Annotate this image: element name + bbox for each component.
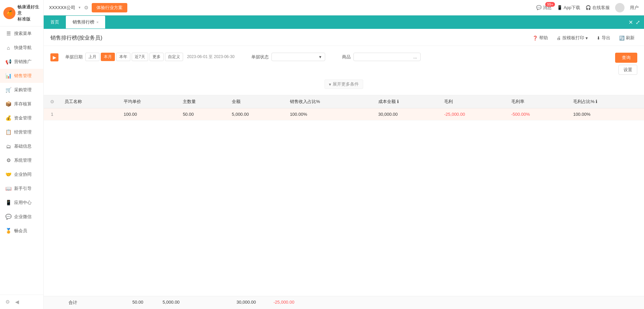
sidebar-item-purchase[interactable]: 🛒 采购管理	[0, 83, 43, 97]
nav-apps-icon: 📱	[5, 200, 11, 206]
nav-inventory-icon: 📦	[5, 101, 11, 107]
date-year-btn[interactable]: 本年	[116, 53, 130, 61]
tab-close-all-icon[interactable]: ✕	[629, 19, 633, 25]
sidebar-item-guide[interactable]: 📖 新手引导	[0, 182, 43, 196]
sidebar-item-sales[interactable]: 📊 销售管理	[0, 69, 43, 83]
filter-toggle-icon[interactable]: ▶	[50, 53, 58, 61]
avatar[interactable]	[615, 3, 625, 12]
print-label: 按模板打印	[562, 35, 584, 41]
nav-corp-icon: 🤝	[5, 171, 11, 177]
topbar-settings-icon[interactable]: ⚙	[84, 5, 88, 11]
sidebar: 🍊 畅康通好生意 标准版 ☰ 搜索菜单⌂ 快捷导航📢 营销推广📊 销售管理🛒 采…	[0, 0, 44, 309]
expand-label: 展开更多条件	[333, 81, 359, 87]
refresh-button[interactable]: 🔄 刷新	[616, 34, 637, 42]
cell-profit: -25,000.00	[440, 108, 507, 120]
date-prev-month-btn[interactable]: 上月	[85, 53, 99, 61]
footer-label	[48, 300, 65, 306]
nav-system-icon: ⚙	[5, 157, 11, 163]
nav-sales-label: 销售管理	[14, 73, 32, 79]
sidebar-logo: 🍊 畅康通好生意 标准版	[0, 0, 43, 27]
sidebar-item-system[interactable]: ⚙ 系统管理	[0, 153, 43, 167]
footer-profit-pct	[340, 300, 374, 306]
help-button[interactable]: ❓ 帮助	[530, 34, 551, 42]
date-range-display: 2023-06-01 至 2023-06-30	[187, 54, 234, 60]
date-more-btn[interactable]: 更多	[149, 53, 164, 61]
footer-name: 合计	[65, 300, 98, 306]
app-download-button[interactable]: 📱 App下载	[557, 5, 580, 11]
help-label: 帮助	[539, 35, 548, 41]
sidebar-item-operation[interactable]: 📋 经营管理	[0, 125, 43, 139]
filter-section: ▶ 单据日期 上月 本月 本年 近7天 更多 自定义 2023-06-01 至 …	[44, 46, 644, 95]
query-button[interactable]: 查询	[615, 53, 637, 63]
footer-cost: 30,000.00	[232, 300, 269, 306]
dropdown-arrow-icon[interactable]: ▾	[79, 5, 81, 10]
nav-wechat-icon: 💬	[5, 214, 11, 220]
setting-button[interactable]: 设置	[618, 65, 637, 75]
nav-quick-label: 快捷导航	[14, 45, 32, 51]
date-7days-btn[interactable]: 近7天	[132, 53, 148, 61]
tab-home[interactable]: 首页	[44, 16, 66, 29]
tab-expand-icon[interactable]: ⤢	[636, 19, 640, 25]
sidebar-item-marketing[interactable]: 📢 营销推广	[0, 55, 43, 69]
sidebar-item-apps[interactable]: 📱 应用中心	[0, 196, 43, 210]
th-sales-pct: 销售收入占比%	[286, 95, 374, 108]
th-qty: 主数量	[179, 95, 228, 108]
sidebar-item-corp[interactable]: 🤝 企业协同	[0, 167, 43, 182]
th-profit-rate: 毛利率	[507, 95, 569, 108]
nav-quick-icon: ⌂	[5, 45, 11, 51]
sidebar-item-finance[interactable]: 💰 资金管理	[0, 111, 43, 125]
th-settings[interactable]: ⚙	[44, 95, 60, 108]
nav-member-label: 畅会员	[14, 228, 27, 234]
cell-amount: 5,000.00	[228, 108, 286, 120]
page-title: 销售排行榜(按业务员)	[50, 35, 102, 42]
cell-profit-pct: 100.00%	[569, 108, 644, 120]
footer-amount: 5,000.00	[159, 300, 192, 306]
filter-row-1: ▶ 单据日期 上月 本月 本年 近7天 更多 自定义 2023-06-01 至 …	[50, 49, 637, 78]
footer-profit-rate	[306, 300, 340, 306]
tab-sales-ranking[interactable]: 销售排行榜 ×	[66, 16, 105, 29]
service-icon: 🎧	[586, 5, 591, 10]
cell-name	[60, 108, 120, 120]
date-custom-btn[interactable]: 自定义	[165, 53, 183, 61]
table-settings-icon[interactable]: ⚙	[50, 99, 54, 104]
nav-corp-label: 企业协同	[14, 171, 32, 177]
trial-button[interactable]: 体验行业方案	[92, 3, 127, 12]
sidebar-item-wechat[interactable]: 💬 企业微信	[0, 210, 43, 224]
footer-avg	[98, 300, 128, 306]
sidebar-item-member[interactable]: 🏅 畅会员	[0, 224, 43, 238]
th-amount: 全额	[228, 95, 286, 108]
th-name: 员工名称	[60, 95, 120, 108]
service-label: 在线客服	[592, 5, 610, 11]
status-filter-group: 单据状态 ▾	[251, 53, 325, 61]
nav-inventory-label: 库存核算	[14, 101, 32, 107]
nav-purchase-icon: 🛒	[5, 87, 11, 93]
goods-input[interactable]: ...	[353, 53, 421, 61]
goods-filter-label: 商品	[342, 54, 351, 60]
collapse-icon[interactable]: ◀	[15, 299, 19, 305]
sidebar-bottom: ⚙ ◀	[0, 295, 43, 309]
status-select[interactable]: ▾	[271, 53, 325, 61]
sidebar-item-inventory[interactable]: 📦 库存核算	[0, 97, 43, 111]
print-dropdown-icon[interactable]: ▾	[586, 36, 588, 41]
sidebar-item-search[interactable]: ☰ 搜索菜单	[0, 27, 43, 41]
status-filter-label: 单据状态	[251, 54, 269, 60]
export-icon: ⬇	[597, 36, 600, 41]
sidebar-item-quick[interactable]: ⌂ 快捷导航	[0, 41, 43, 55]
sidebar-item-basic[interactable]: 🗂 基础信息	[0, 139, 43, 153]
date-cur-month-btn[interactable]: 本月	[101, 53, 115, 61]
date-buttons: 上月 本月 本年 近7天 更多 自定义	[85, 53, 183, 61]
topbar-right: 💬 消息 99+ 📱 App下载 🎧 在线客服 用户	[536, 3, 639, 12]
online-service-button[interactable]: 🎧 在线客服	[586, 5, 610, 11]
export-button[interactable]: ⬇ 导出	[594, 34, 613, 42]
tab-label: 销售排行榜	[73, 19, 94, 25]
refresh-icon: 🔄	[619, 36, 625, 41]
message-badge: 99+	[545, 2, 555, 7]
print-button[interactable]: 🖨 按模板打印 ▾	[554, 34, 591, 42]
tabbar: 首页 销售排行榜 × ✕ ⤢	[44, 15, 644, 29]
cell-sales-pct: 100.00%	[286, 108, 374, 120]
settings-bottom-icon[interactable]: ⚙	[5, 299, 10, 305]
nav-apps-label: 应用中心	[14, 200, 32, 206]
tab-close-icon[interactable]: ×	[96, 20, 98, 24]
messages-button[interactable]: 💬 消息 99+	[536, 5, 552, 11]
expand-more-btn[interactable]: ▾ 展开更多条件	[325, 80, 363, 89]
